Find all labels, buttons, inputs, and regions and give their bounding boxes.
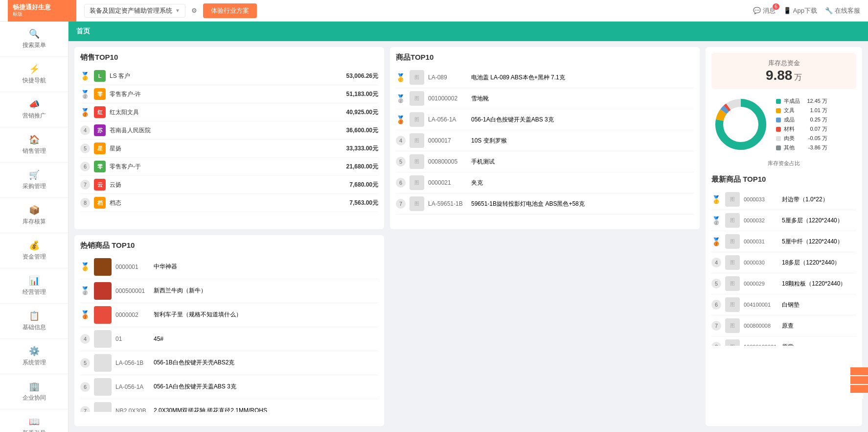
customer-service-hotline-btn[interactable]: 客服热线 <box>850 367 868 375</box>
medal-icon: 🥉 <box>711 237 721 246</box>
customer-name: 档态 <box>110 199 345 207</box>
logo: 畅捷通好生意 标版 <box>8 0 76 22</box>
product-image: 图 <box>410 91 424 106</box>
sidebar-item-marketing[interactable]: 📣 营销推广 <box>0 92 68 127</box>
sidebar-item-company[interactable]: 🏢 企业协同 <box>0 374 68 409</box>
sidebar-item-sales[interactable]: 🏠 销售管理 <box>0 127 68 163</box>
sidebar-label-inventory: 库存核算 <box>23 217 46 226</box>
sidebar-item-base[interactable]: 📋 基础信息 <box>0 304 68 339</box>
product-name: 智利车子里（规格不知道填什么） <box>154 311 242 319</box>
product-name: 5厘中纤（1220*2440） <box>782 238 843 246</box>
list-item: 🥇 0000001 中华神器 <box>80 255 378 279</box>
product-code: 000500001 <box>115 288 150 294</box>
list-item: 7 图 LA-59651-1B 59651-1B旋转投影灯电池盒 ABS黑色+5… <box>396 193 694 215</box>
list-item: 🥇 L LS 客户 53,006.26元 <box>80 67 378 85</box>
hot-products-title: 热销商品 TOP10 <box>80 241 378 250</box>
product-name: 10S 变刹罗猴 <box>471 137 507 145</box>
product-code: 01 <box>115 336 150 342</box>
trial-button[interactable]: 体验行业方案 <box>203 3 257 18</box>
app-download-btn[interactable]: 📱 App下载 <box>783 6 817 15</box>
rank-list: 🥇 L LS 客户 53,006.26元 🥈 零 零售客户-许 51,183.0… <box>80 67 378 212</box>
product-image: 图 <box>725 276 740 291</box>
rank-number: 7 <box>80 180 90 190</box>
product-code: 004100001 <box>744 302 778 308</box>
service-community-btn[interactable]: 服务社区 <box>850 376 868 384</box>
product-code: 0000033 <box>744 196 778 202</box>
purchase-icon: 🛒 <box>29 169 40 180</box>
top-customers-list: 🥇 L LS 客户 53,006.26元 🥈 零 零售客户-许 51,183.0… <box>80 67 378 212</box>
product-code: LA-089 <box>428 74 467 81</box>
gear-icon[interactable]: ⚙ <box>189 6 199 16</box>
list-item: 🥉 红 红太阳文具 40,925.00元 <box>80 103 378 121</box>
list-item: 7 图 000800008 原查 <box>711 315 856 336</box>
company-icon: 🏢 <box>29 381 40 392</box>
customer-service-btn[interactable]: 🔧 在线客服 <box>825 6 860 15</box>
sidebar-label-company: 企业协同 <box>23 394 46 402</box>
system-icon: ⚙️ <box>29 346 40 357</box>
customer-service-label: 在线客服 <box>835 6 860 15</box>
legend-label: 肉类 <box>784 135 800 142</box>
product-image: 图 <box>725 255 740 270</box>
product-image: 图 <box>410 133 424 148</box>
product-image: 图 <box>725 339 740 346</box>
top-customers-title: 销售TOP10 <box>80 53 378 62</box>
avatar: 苏 <box>94 124 106 136</box>
product-image: 图 <box>725 192 740 207</box>
customer-value: 51,183.00元 <box>346 90 378 98</box>
live-broadcast-btn[interactable]: 直播 <box>850 385 868 393</box>
avatar: 零 <box>94 161 106 172</box>
product-code: NB2.0X30B <box>115 408 150 412</box>
sidebar-label-marketing: 营销推广 <box>23 112 46 120</box>
legend-item: 成品 0.25 万 <box>776 116 827 123</box>
inventory-icon: 📦 <box>29 205 40 216</box>
legend-label: 材料 <box>784 125 800 133</box>
donut-chart-container: 半成品 12.45 万 文具 1.01 万 成品 0.25 万 <box>711 95 856 154</box>
product-name: 2.0X30MM双搓花轴,搓花直径2.1MM/ROHS <box>154 407 267 412</box>
product-image: 图 <box>725 297 740 312</box>
legend-label: 其他 <box>784 144 800 151</box>
rank-number: 5 <box>711 279 721 288</box>
legend-item: 半成品 12.45 万 <box>776 97 827 105</box>
product-code: LA-056-1A <box>428 116 467 123</box>
sidebar-item-finance[interactable]: 💰 资金管理 <box>0 233 68 268</box>
medal-icon: 🥈 <box>80 90 90 99</box>
list-item: 5 LA-056-1B 056-1B白色按键开关壳ABS2克 <box>80 351 378 375</box>
rank-number: 8 <box>711 342 721 346</box>
message-btn[interactable]: 💬 消息 6 <box>753 6 776 15</box>
list-item: 5 图 0000029 18颗粒板（1220*2440） <box>711 273 856 294</box>
sidebar-item-guide[interactable]: 📖 新手引导 <box>0 409 68 432</box>
sidebar-label-guide: 新手引导 <box>23 429 46 432</box>
product-code: 0000029 <box>744 281 778 287</box>
medal-icon: 🥉 <box>80 108 90 117</box>
list-item: 🥈 零 零售客户-许 51,183.00元 <box>80 85 378 103</box>
list-item: 6 LA-056-1A 056-1A白色按键开关盖ABS 3克 <box>80 375 378 399</box>
avatar: 星 <box>94 143 106 154</box>
rank-number: 7 <box>711 321 721 331</box>
rank-number: 6 <box>396 178 406 188</box>
product-name: 新西兰牛肉（新牛） <box>154 287 206 295</box>
dashboard: 销售TOP10 🥇 L LS 客户 53,006.26元 🥈 零 <box>69 41 868 432</box>
list-item: 🥉 图 LA-056-1A 056-1A白色按键开关盖ABS 3克 <box>396 109 694 130</box>
sidebar-item-operation[interactable]: 📊 经营管理 <box>0 268 68 304</box>
sidebar-item-system[interactable]: ⚙️ 系统管理 <box>0 339 68 374</box>
search-icon: 🔍 <box>29 28 40 39</box>
main-layout: 🔍 搜索菜单 ⚡ 快捷导航 📣 营销推广 🏠 销售管理 🛒 采购管理 📦 库存核… <box>0 22 868 432</box>
customer-value: 36,600.00元 <box>346 126 378 135</box>
message-icon: 💬 <box>753 7 761 14</box>
list-item: 5 图 000800005 手机测试 <box>396 151 694 172</box>
medal-icon: 🥇 <box>80 72 90 81</box>
product-name: 18颗粒板（1220*2440） <box>782 280 846 288</box>
system-selector[interactable]: 装备及固定资产辅助管理系统 ▼ <box>84 4 185 18</box>
finance-icon: 💰 <box>29 240 40 251</box>
sidebar-item-inventory[interactable]: 📦 库存核算 <box>0 198 68 233</box>
sidebar-item-purchase[interactable]: 🛒 采购管理 <box>0 163 68 198</box>
sidebar-item-quick-nav[interactable]: ⚡ 快捷导航 <box>0 57 68 92</box>
product-name: 手机测试 <box>471 158 495 166</box>
customer-name: 星扬 <box>110 144 343 153</box>
product-name: 056-1A白色按键开关盖ABS 3克 <box>154 383 236 391</box>
sales-icon: 🏠 <box>29 134 40 145</box>
list-item: 🥇 图 0000033 封边带（1.0*22） <box>711 189 856 210</box>
sidebar-item-search[interactable]: 🔍 搜索菜单 <box>0 22 68 57</box>
new-products-title: 最新商品 TOP10 <box>711 175 856 184</box>
rank-number: 4 <box>80 334 90 344</box>
